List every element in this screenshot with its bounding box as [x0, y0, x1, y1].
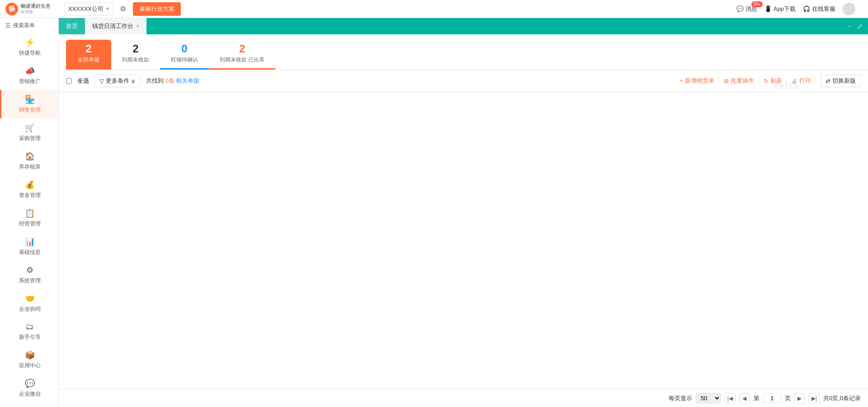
- tab-workbench[interactable]: 钱货日清工作台 ×: [85, 18, 146, 34]
- stat-tab-all[interactable]: 2 全部单据: [66, 40, 111, 70]
- close-tab-icon[interactable]: ×: [136, 23, 139, 29]
- page-label: 第: [754, 394, 760, 402]
- service-label: 在线客服: [812, 5, 835, 13]
- batch-button[interactable]: ⊞ 批量操作: [724, 77, 754, 85]
- sidebar-item-base-info[interactable]: 📊 基础信息: [0, 232, 58, 261]
- main: 首页 钱货日清工作台 × － ⤢ 2 全部单据 2 到期未: [59, 18, 868, 407]
- stat-label-pending: 旺铺待确认: [171, 56, 198, 64]
- pagination: 每页显示 50 20 100 |◀ ◀ 第 1 页 ▶ ▶| 共0页,0条记录: [59, 389, 868, 407]
- stat-tab-overdue-shipped[interactable]: 2 到期未收款 已出库: [209, 40, 275, 70]
- tab-home[interactable]: 首页: [59, 18, 85, 34]
- sidebar-item-label: 采购管理: [19, 135, 41, 142]
- select-all-checkbox[interactable]: [66, 78, 72, 84]
- divider: [759, 77, 759, 84]
- sidebar-item-label: 库存核算: [19, 163, 41, 171]
- stat-tab-overdue[interactable]: 2 到期未收款: [111, 40, 160, 70]
- headset-icon: 🎧: [803, 5, 810, 12]
- stat-num-overdue-shipped: 2: [239, 43, 245, 54]
- add-sale-order-button[interactable]: + 新增销货单: [680, 77, 714, 85]
- operations-icon: 📋: [25, 208, 35, 218]
- stat-tab-pending[interactable]: 0 旺铺待确认: [160, 40, 209, 70]
- search-menu-item[interactable]: ☰ 搜索菜单: [0, 18, 58, 33]
- chevron-down-icon: ▼: [105, 6, 110, 11]
- sidebar-item-sales[interactable]: 🏪 销售管理: [0, 90, 58, 118]
- sidebar-item-app-center[interactable]: 📦 应用中心: [0, 346, 58, 374]
- divider: [816, 77, 816, 84]
- select-all-label: 全选: [77, 77, 89, 85]
- enterprise-icon: 🤝: [25, 294, 35, 304]
- sidebar-item-label: 企业微信: [19, 390, 41, 398]
- sidebar: ☰ 搜索菜单 ⚡ 快捷导航 📣 营销推广 🏪 销售管理 🛒 采购管理 🏠 库存核…: [0, 18, 59, 407]
- base-info-icon: 📊: [25, 237, 35, 247]
- sidebar-item-label: 应用中心: [19, 362, 41, 370]
- settings-button[interactable]: ⚙: [117, 3, 129, 15]
- divider: [787, 77, 787, 84]
- page-label-suffix: 页: [785, 394, 791, 402]
- found-text: 共找到 0条 相关单据: [146, 77, 199, 85]
- stats-tabs: 2 全部单据 2 到期未收款 0 旺铺待确认 2 到期未收款 已出库: [59, 34, 868, 70]
- next-page-button[interactable]: ▶: [794, 393, 805, 404]
- guide-icon: 🗂: [26, 322, 34, 332]
- avatar[interactable]: [843, 3, 855, 15]
- content: 2 全部单据 2 到期未收款 0 旺铺待确认 2 到期未收款 已出库: [59, 34, 868, 407]
- sidebar-item-inventory[interactable]: 🏠 库存核算: [0, 147, 58, 175]
- print-button[interactable]: 🖨 打印: [792, 77, 811, 85]
- maximize-button[interactable]: ⤢: [857, 22, 863, 31]
- search-icon: ☰: [5, 23, 10, 29]
- top-bar: 畅 畅捷通好生意 标准版 XXXXXX公司 ▼ ⚙ 体验行业方案 💬 消息 99…: [0, 0, 868, 18]
- stat-label-overdue: 到期未收款: [122, 56, 149, 64]
- first-page-button[interactable]: |◀: [725, 393, 736, 404]
- online-service-button[interactable]: 🎧 在线客服: [803, 5, 835, 13]
- stat-label-all: 全部单据: [78, 56, 99, 64]
- sidebar-item-operations[interactable]: 📋 经营管理: [0, 204, 58, 232]
- inventory-icon: 🏠: [25, 151, 35, 161]
- sidebar-item-system[interactable]: ⚙ 系统管理: [0, 261, 58, 289]
- sidebar-item-label: 系统管理: [19, 277, 41, 285]
- refresh-button[interactable]: ↻ 刷新: [764, 77, 782, 85]
- sidebar-item-label: 营销推广: [19, 78, 41, 85]
- sidebar-item-enterprise-wechat[interactable]: 💬 企业微信: [0, 374, 58, 402]
- minimize-button[interactable]: －: [846, 22, 853, 31]
- app-label: App下载: [774, 5, 796, 13]
- sidebar-item-guide[interactable]: 🗂 新手引导: [0, 318, 58, 346]
- company-name: XXXXXX公司: [68, 5, 104, 13]
- sidebar-item-label: 资金管理: [19, 192, 41, 199]
- top-bar-right: 💬 消息 99+ 📱 App下载 🎧 在线客服: [736, 3, 863, 15]
- nav-tabs: 首页 钱货日清工作台 × － ⤢: [59, 18, 868, 34]
- sidebar-item-vip[interactable]: 🏆 畅会员: [0, 402, 58, 407]
- divider: [719, 77, 719, 84]
- sidebar-item-enterprise[interactable]: 🤝 企业协同: [0, 289, 58, 318]
- sidebar-item-marketing[interactable]: 📣 营销推广: [0, 61, 58, 90]
- sidebar-item-label: 企业协同: [19, 305, 41, 313]
- logo-badge: 标准版: [21, 9, 51, 15]
- switch-version-button[interactable]: ⇄ 切换新版: [821, 75, 861, 87]
- page-number-input[interactable]: 1: [763, 393, 781, 403]
- sidebar-item-finance[interactable]: 💰 资金管理: [0, 175, 58, 204]
- prev-page-button[interactable]: ◀: [739, 393, 750, 404]
- total-records: 共0页,0条记录: [823, 394, 861, 402]
- app-center-icon: 📦: [25, 350, 35, 360]
- chevron-down-icon: ∨: [131, 78, 136, 84]
- message-badge: 99+: [751, 1, 763, 7]
- sidebar-item-quick-nav[interactable]: ⚡ 快捷导航: [0, 33, 58, 61]
- app-download-button[interactable]: 📱 App下载: [764, 5, 796, 13]
- layout: ☰ 搜索菜单 ⚡ 快捷导航 📣 营销推广 🏪 销售管理 🛒 采购管理 🏠 库存核…: [0, 18, 868, 407]
- found-link[interactable]: 相关单据: [176, 77, 199, 84]
- message-icon: 💬: [736, 5, 744, 12]
- app-icon: 📱: [764, 5, 772, 12]
- filter-button[interactable]: ▽ 更多条件 ∨: [94, 75, 141, 87]
- sidebar-item-label: 快捷导航: [19, 49, 41, 57]
- toolbar: 全选 ▽ 更多条件 ∨ 共找到 0条 相关单据 + 新增销货单: [59, 70, 868, 92]
- nav-tab-actions: － ⤢: [846, 22, 868, 31]
- message-button[interactable]: 💬 消息 99+: [736, 5, 757, 13]
- last-page-button[interactable]: ▶|: [809, 393, 820, 404]
- per-page-select[interactable]: 50 20 100: [696, 393, 721, 403]
- trial-button[interactable]: 体验行业方案: [133, 2, 181, 16]
- filter-icon: ▽: [99, 78, 104, 84]
- sidebar-item-purchase[interactable]: 🛒 采购管理: [0, 118, 58, 147]
- marketing-icon: 📣: [25, 66, 35, 76]
- sales-icon: 🏪: [25, 94, 35, 104]
- company-selector[interactable]: XXXXXX公司 ▼: [64, 3, 114, 15]
- toolbar-right: + 新增销货单 ⊞ 批量操作 ↻ 刷新 🖨 打印: [680, 75, 861, 87]
- sidebar-item-label: 销售管理: [19, 106, 41, 114]
